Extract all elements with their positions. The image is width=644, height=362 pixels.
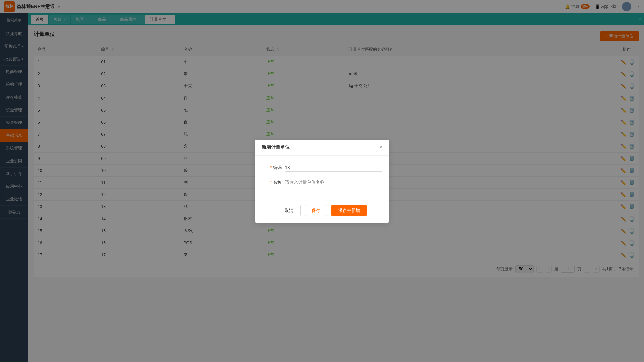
modal-footer: 取消 保存 保存并新增 [255,201,389,223]
save-new-btn[interactable]: 保存并新增 [331,205,367,216]
form-row-name: 名称 [262,178,382,186]
code-input[interactable] [285,164,382,172]
name-label: 名称 [262,179,282,185]
form-row-code: 编码 [262,164,382,172]
modal-header: 新增计量单位 × [255,140,389,156]
name-input[interactable] [285,178,382,186]
modal-overlay: 新增计量单位 × 编码 名称 取消 保存 保存并新增 [0,0,644,362]
app-container: 益林 益林通ERP生意通 ∨ 🔔 消息 99+ 📱 App下载 ▼ 搜索菜单 [0,0,644,362]
save-btn[interactable]: 保存 [305,205,327,216]
modal-close-btn[interactable]: × [379,144,382,150]
modal-title: 新增计量单位 [262,144,290,150]
code-label: 编码 [262,165,282,171]
modal-body: 编码 名称 [255,156,389,201]
add-unit-modal: 新增计量单位 × 编码 名称 取消 保存 保存并新增 [255,140,389,223]
cancel-btn[interactable]: 取消 [278,205,301,216]
